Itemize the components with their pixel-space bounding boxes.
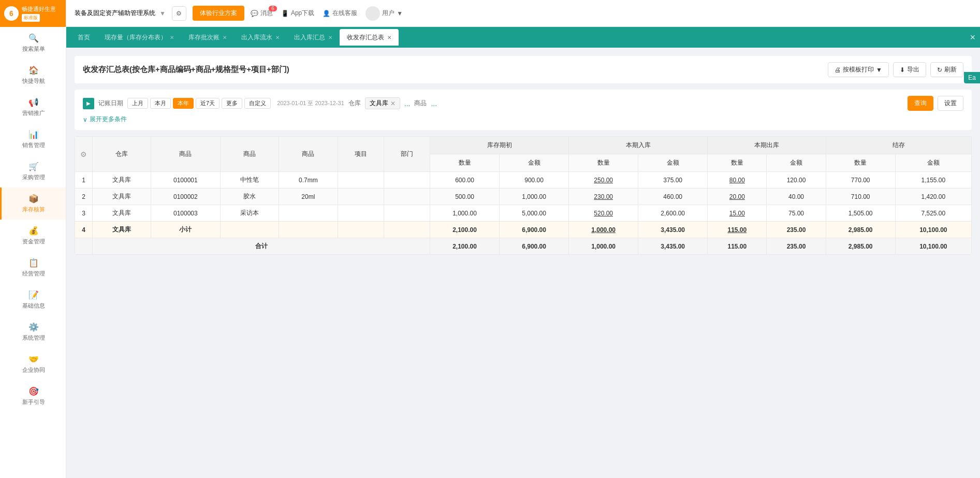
tab-home[interactable]: 首页 [70,29,97,46]
sidebar-item-guide[interactable]: 🎯 新手引导 [0,380,66,412]
sidebar-item-inventory[interactable]: 📦 库存核算 [0,187,66,220]
row3-in-amt: 2,600.00 [638,205,708,222]
tab-summary[interactable]: 出入库汇总 ✕ [287,29,340,46]
row3-in-qty[interactable]: 520.00 [569,205,638,222]
row3-code: 0100003 [151,205,220,222]
subtotal-blank3 [338,222,384,238]
row2-in-qty[interactable]: 230.00 [569,189,638,205]
subtotal-out-amt: 235.00 [767,222,826,238]
message-button[interactable]: 💬 消息 6 [251,9,273,18]
tab-close-icon[interactable]: ✕ [170,35,174,40]
warehouse-tag-value: 文具库 [370,99,388,108]
logo-badge: 标准版 [22,14,40,22]
sidebar-item-search[interactable]: 🔍 搜索菜单 [0,27,66,59]
tab-receive-send[interactable]: 收发存汇总表 ✕ [340,29,399,46]
sidebar-item-label: 采购管理 [22,173,45,181]
tab-close-icon[interactable]: ✕ [328,35,332,40]
warehouse-filter-tag[interactable]: 文具库 ✕ [365,97,400,109]
row1-in-qty[interactable]: 250.00 [569,172,638,189]
close-all-tabs-button[interactable]: ✕ [970,33,976,41]
subtotal-in-qty[interactable]: 1,000.00 [569,222,638,238]
footer-row: 合计 2,100.00 6,900.00 1,000.00 3,435.00 1… [75,238,972,255]
home-icon: 🏠 [28,65,39,75]
row3-open-amt: 5,000.00 [500,205,569,222]
goods-more-dots[interactable]: ... [431,99,437,108]
row3-out-qty[interactable]: 15.00 [708,205,767,222]
search-icon: 🔍 [28,33,39,43]
date-custom-btn[interactable]: 自定义 [244,98,271,109]
operations-icon: 📋 [28,258,39,268]
warehouse-tag-close-icon[interactable]: ✕ [390,100,396,107]
online-service-button[interactable]: 👤 在线客服 [323,9,357,18]
row1-in-amt: 375.00 [638,172,708,189]
expand-more-conditions-button[interactable]: ∨ 展开更多条件 [83,115,963,124]
print-dropdown-icon: ▼ [876,66,882,74]
tab-label: 首页 [78,33,90,42]
corner-text: Ea [964,72,980,83]
tab-label: 出入库流水 [241,33,272,42]
refresh-button[interactable]: ↻ 刷新 [930,62,963,77]
row3-bal-amt: 7,525.00 [895,205,971,222]
dropdown-arrow-icon[interactable]: ▼ [159,10,166,17]
table-settings-header[interactable]: ⚙ [75,137,93,172]
tab-batch[interactable]: 库存批次账 ✕ [181,29,234,46]
trial-button[interactable]: 体验行业方案 [193,6,244,21]
table-gear-icon[interactable]: ⚙ [80,150,87,158]
row2-out-qty[interactable]: 20.00 [708,189,767,205]
sidebar-item-label: 销售管理 [22,141,45,149]
tab-close-icon[interactable]: ✕ [275,35,280,40]
sidebar-item-sales[interactable]: 📊 销售管理 [0,123,66,155]
footer-open-amt: 6,900.00 [500,238,569,255]
user-dropdown-icon: ▼ [397,10,403,17]
row2-bal-amt: 1,420.00 [895,189,971,205]
row1-no: 1 [75,172,93,189]
sidebar-item-label: 搜索菜单 [22,45,45,53]
row1-out-amt: 120.00 [767,172,826,189]
filter-bar: ▶ 记账日期 上月 本月 本年 近7天 更多 自定义 2023-01-01 至 … [75,90,972,130]
warehouse-column-header: 仓库 [93,137,151,172]
subtotal-blank1 [220,222,279,238]
query-button[interactable]: 查询 [908,96,933,111]
subtotal-blank4 [384,222,430,238]
tab-close-icon[interactable]: ✕ [223,35,227,40]
sidebar-item-label: 企业协同 [22,366,45,374]
app-download-button[interactable]: 📱 App下载 [281,9,314,18]
refresh-label: 刷新 [944,65,957,74]
row2-name: 胶水 [220,189,279,205]
footer-label: 合计 [93,238,430,255]
sidebar-item-collab[interactable]: 🤝 企业协同 [0,348,66,380]
sidebar-item-finance[interactable]: 💰 资金管理 [0,220,66,252]
settings-filter-button[interactable]: 设置 [938,96,963,111]
sidebar-item-marketing[interactable]: 📢 营销推广 [0,91,66,123]
date-this-month-btn[interactable]: 本月 [150,98,171,109]
sidebar-item-quicknav[interactable]: 🏠 快捷导航 [0,59,66,91]
sidebar-item-purchase[interactable]: 🛒 采购管理 [0,155,66,187]
row1-out-qty[interactable]: 80.00 [708,172,767,189]
date-last-month-btn[interactable]: 上月 [127,98,148,109]
date-7days-btn[interactable]: 近7天 [196,98,220,109]
print-icon: 🖨 [835,66,841,74]
tab-flow[interactable]: 出入库流水 ✕ [234,29,287,46]
print-button[interactable]: 🖨 按模板打印 ▼ [828,62,889,77]
sidebar-item-system[interactable]: ⚙️ 系统管理 [0,316,66,348]
inbound-amt-header: 金额 [638,154,708,172]
tab-stock-dist[interactable]: 现存量（库存分布表） ✕ [97,29,181,46]
settings-button[interactable]: ⚙ [172,6,186,21]
sidebar-item-label: 系统管理 [22,334,45,342]
sidebar-item-basic[interactable]: 📝 基础信息 [0,284,66,316]
row1-dept [384,172,430,189]
row1-open-qty: 600.00 [430,172,500,189]
warehouse-more-dots[interactable]: ... [404,99,411,108]
filter-expand-arrow[interactable]: ▶ [83,98,94,109]
logo-area: 6 畅捷通好生意 标准版 [0,0,66,27]
outbound-group-header: 本期出库 [708,137,826,154]
sidebar-item-operations[interactable]: 📋 经营管理 [0,252,66,284]
user-button[interactable]: 用户 ▼ [365,6,403,21]
row2-warehouse: 文具库 [93,189,151,205]
tab-close-icon[interactable]: ✕ [387,35,391,40]
export-button[interactable]: ⬇ 导出 [893,62,926,77]
date-more-btn[interactable]: 更多 [222,98,242,109]
date-this-year-btn[interactable]: 本年 [173,98,194,109]
subtotal-out-qty[interactable]: 115.00 [708,222,767,238]
subtotal-bal-amt: 10,100.00 [895,222,971,238]
